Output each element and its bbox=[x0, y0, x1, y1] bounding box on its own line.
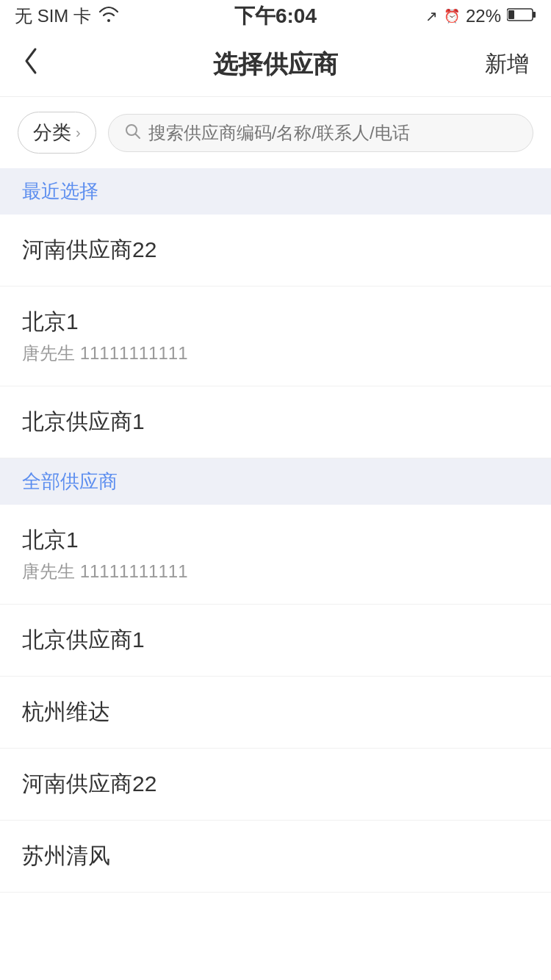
location-icon: ↗ bbox=[425, 7, 438, 25]
category-label: 分类 bbox=[33, 120, 71, 145]
list-item[interactable]: 北京1唐先生 11111111111 bbox=[0, 287, 551, 386]
category-button[interactable]: 分类 › bbox=[18, 112, 96, 154]
all-list: 北京1唐先生 11111111111北京供应商1杭州维达河南供应商22苏州清风 bbox=[0, 505, 551, 893]
item-name: 苏州清风 bbox=[22, 841, 529, 871]
item-name: 北京1 bbox=[22, 307, 529, 337]
recent-list: 河南供应商22北京1唐先生 11111111111北京供应商1 bbox=[0, 215, 551, 458]
alarm-icon: ⏰ bbox=[444, 8, 460, 24]
list-item[interactable]: 北京供应商1 bbox=[0, 605, 551, 677]
svg-rect-1 bbox=[533, 12, 536, 18]
recent-section-header: 最近选择 bbox=[0, 168, 551, 215]
search-box bbox=[108, 114, 533, 152]
carrier-text: 无 SIM 卡 bbox=[15, 4, 91, 28]
nav-bar: 选择供应商 新增 bbox=[0, 32, 551, 97]
back-button[interactable] bbox=[22, 46, 66, 82]
item-name: 杭州维达 bbox=[22, 697, 529, 727]
battery-icon bbox=[507, 6, 536, 26]
chevron-right-icon: › bbox=[76, 124, 81, 141]
item-name: 北京1 bbox=[22, 525, 529, 555]
item-sub: 唐先生 11111111111 bbox=[22, 560, 529, 583]
list-item[interactable]: 苏州清风 bbox=[0, 821, 551, 893]
wifi-icon bbox=[98, 6, 119, 26]
search-input[interactable] bbox=[148, 123, 518, 143]
recent-section-label: 最近选择 bbox=[22, 180, 98, 202]
list-item[interactable]: 河南供应商22 bbox=[0, 215, 551, 287]
page-title: 选择供应商 bbox=[213, 48, 338, 82]
item-name: 河南供应商22 bbox=[22, 769, 529, 799]
status-left: 无 SIM 卡 bbox=[15, 4, 119, 28]
add-button[interactable]: 新增 bbox=[485, 49, 529, 79]
item-name: 北京供应商1 bbox=[22, 625, 529, 655]
filter-bar: 分类 › bbox=[0, 97, 551, 168]
item-sub: 唐先生 11111111111 bbox=[22, 342, 529, 365]
item-name: 河南供应商22 bbox=[22, 235, 529, 265]
svg-line-4 bbox=[135, 134, 140, 138]
item-name: 北京供应商1 bbox=[22, 407, 529, 437]
search-icon bbox=[123, 122, 141, 144]
all-section-label: 全部供应商 bbox=[22, 470, 118, 492]
list-item[interactable]: 杭州维达 bbox=[0, 677, 551, 749]
list-item[interactable]: 北京供应商1 bbox=[0, 386, 551, 458]
all-section-header: 全部供应商 bbox=[0, 458, 551, 505]
status-right: ↗ ⏰ 22% bbox=[425, 6, 536, 26]
status-bar: 无 SIM 卡 下午6:04 ↗ ⏰ 22% bbox=[0, 0, 551, 32]
battery-text: 22% bbox=[466, 6, 501, 26]
svg-rect-2 bbox=[508, 10, 514, 19]
status-time: 下午6:04 bbox=[234, 2, 317, 30]
list-item[interactable]: 北京1唐先生 11111111111 bbox=[0, 505, 551, 605]
list-item[interactable]: 河南供应商22 bbox=[0, 749, 551, 821]
